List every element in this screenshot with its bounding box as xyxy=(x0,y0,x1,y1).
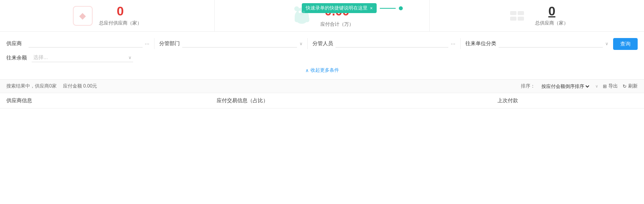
filter-row-2: 往来余额 选择... ∨ xyxy=(6,53,133,62)
stats-payable-suppliers: ◆ 0 总应付供应商（家） xyxy=(0,0,215,31)
svg-point-4 xyxy=(300,13,304,15)
collapse-row: ∧ 收起更多条件 xyxy=(6,65,638,76)
refresh-button[interactable]: ↻ 刷新 xyxy=(623,83,638,90)
refresh-icon: ↻ xyxy=(623,84,627,89)
export-label: 导出 xyxy=(608,83,618,90)
dept-chevron-icon[interactable]: ∨ xyxy=(299,41,303,46)
sort-chevron-icon: ∨ xyxy=(595,84,598,88)
result-amount: 应付金额 0.00元 xyxy=(63,83,97,90)
dept-input[interactable] xyxy=(182,40,297,48)
diamond-icon: ◆ xyxy=(79,11,86,21)
dept-label: 分管部门 xyxy=(159,40,180,47)
divider-2 xyxy=(307,38,308,49)
sort-select[interactable]: 按应付会额倒序排序 xyxy=(540,83,591,90)
balance-label: 往来余额 xyxy=(6,54,27,61)
tooltip-line xyxy=(380,8,396,9)
result-actions: 排序： 按应付会额倒序排序 ∨ ⊞ 导出 ↻ 刷新 xyxy=(521,83,638,90)
filter-row-1: 供应商 ··· 分管部门 ∨ 分管人员 ··· 往来单位分类 ∨ 查询 xyxy=(6,37,638,50)
sort-label: 排序： xyxy=(521,83,535,90)
stats-bar: ◆ 0 总应付供应商（家） 快速录单的快捷键说明在这里 × xyxy=(0,0,644,32)
refresh-label: 刷新 xyxy=(628,83,638,90)
tooltip-dot xyxy=(399,6,403,10)
balance-chevron-icon: ∨ xyxy=(128,55,131,60)
balance-placeholder: 选择... xyxy=(33,54,48,61)
svg-rect-6 xyxy=(305,17,309,22)
total-suppliers-count: 0 xyxy=(548,5,555,17)
collapse-btn[interactable]: ∧ 收起更多条件 xyxy=(305,67,339,74)
collapse-label: 收起更多条件 xyxy=(311,67,339,74)
svg-rect-5 xyxy=(295,17,299,22)
result-summary: 搜索结果中，供应商0家 应付金额 0.00元 xyxy=(6,83,97,90)
table-body xyxy=(0,109,644,204)
payable-suppliers-count: 0 xyxy=(117,5,124,17)
person-input[interactable] xyxy=(335,40,449,48)
filter-dept: 分管部门 ∨ xyxy=(159,40,302,48)
result-bar: 搜索结果中，供应商0家 应付金额 0.00元 排序： 按应付会额倒序排序 ∨ ⊞… xyxy=(0,80,644,93)
table-header: 供应商信息 应付交易信息（占比） 上次付款 xyxy=(0,93,644,109)
ghost-icon xyxy=(291,5,313,27)
stats-payable-total: 快速录单的快捷键说明在这里 × 0 xyxy=(215,0,429,31)
filter-supplier: 供应商 ··· xyxy=(6,40,149,48)
col-supplier-header: 供应商信息 xyxy=(6,97,217,104)
export-icon: ⊞ xyxy=(603,84,607,89)
filter-bar: 供应商 ··· 分管部门 ∨ 分管人员 ··· 往来单位分类 ∨ 查询 往来 xyxy=(0,32,644,80)
supplier-label: 供应商 xyxy=(6,40,26,47)
tooltip-wrap: 快速录单的快捷键说明在这里 × xyxy=(302,3,403,13)
payable-total-label: 应付合计（万） xyxy=(320,21,354,28)
supplier-dots-btn[interactable]: ··· xyxy=(145,40,150,47)
col-transaction-header: 应付交易信息（占比） xyxy=(217,97,497,104)
person-dots-btn[interactable]: ··· xyxy=(451,40,455,47)
svg-point-3 xyxy=(303,11,305,13)
total-suppliers-label: 总供应商（家） xyxy=(535,20,568,27)
filter-person: 分管人员 ··· xyxy=(312,40,455,48)
unit-class-label: 往来单位分类 xyxy=(465,40,496,47)
tooltip-text: 快速录单的快捷键说明在这里 xyxy=(306,5,368,11)
export-button[interactable]: ⊞ 导出 xyxy=(603,83,618,90)
person-label: 分管人员 xyxy=(312,40,333,47)
stats-total-suppliers: 0 总供应商（家） xyxy=(430,0,644,31)
tooltip-close-btn[interactable]: × xyxy=(370,6,373,11)
unit-class-chevron-icon[interactable]: ∨ xyxy=(605,41,608,46)
unit-class-input[interactable] xyxy=(499,40,603,48)
balance-select[interactable]: 选择... ∨ xyxy=(32,53,133,62)
payable-suppliers-label: 总应付供应商（家） xyxy=(99,20,142,27)
result-supplier-count: 搜索结果中，供应商0家 xyxy=(6,83,57,90)
supplier-input[interactable] xyxy=(29,40,143,48)
collapse-arrow-icon: ∧ xyxy=(305,68,309,73)
svg-point-2 xyxy=(299,11,301,13)
col-payment-header: 上次付款 xyxy=(497,97,638,104)
svg-point-7 xyxy=(294,6,299,11)
filter-unit-class: 往来单位分类 ∨ xyxy=(465,40,608,48)
divider-1 xyxy=(154,38,154,49)
query-button[interactable]: 查询 xyxy=(613,38,638,50)
divider-3 xyxy=(460,38,461,49)
